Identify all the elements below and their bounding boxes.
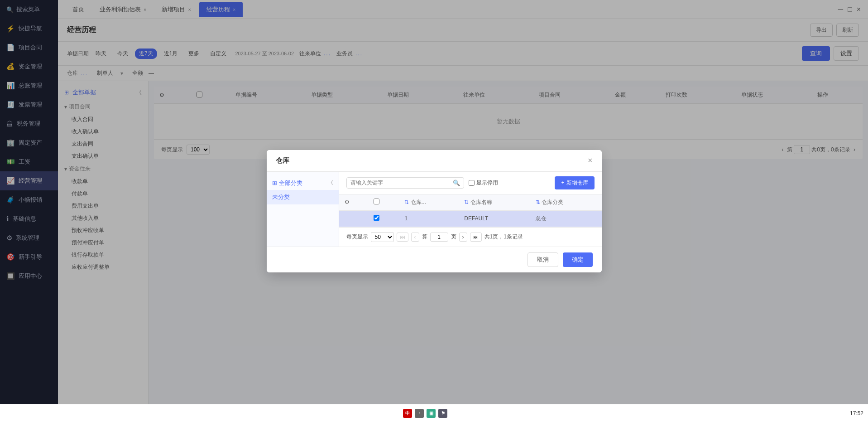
plus-icon: + bbox=[561, 179, 564, 186]
modal-row-code: DEFAULT bbox=[459, 210, 530, 227]
modal-col-code: ⇅ 仓库... bbox=[399, 194, 459, 211]
tray-screen-icon[interactable]: ▣ bbox=[427, 409, 436, 418]
modal-tree-item-label: 未分类 bbox=[272, 194, 290, 200]
modal-col-name: ⇅ 仓库名称 bbox=[459, 194, 530, 211]
modal-row-gear bbox=[339, 210, 369, 227]
modal-cancel-button[interactable]: 取消 bbox=[528, 252, 558, 267]
modal-tree-header[interactable]: ⊞ 全部分类 《 bbox=[267, 176, 339, 190]
modal-tree-collapse[interactable]: 《 bbox=[328, 179, 333, 187]
modal-right: 🔍 显示停用 + 新增仓库 bbox=[339, 172, 602, 247]
sort-asc-icon-2[interactable]: ⇅ bbox=[464, 199, 469, 205]
modal-page-label: 算 bbox=[422, 233, 427, 241]
modal-select-all[interactable] bbox=[374, 199, 379, 204]
modal-first-page-btn[interactable]: ⏮ bbox=[397, 233, 408, 242]
modal-footer: 取消 确定 bbox=[267, 247, 602, 272]
modal-table-wrap: ⚙ ⇅ 仓库... ⇅ 仓库名称 ⇅ 仓库分类 bbox=[339, 194, 602, 227]
add-warehouse-button[interactable]: + 新增仓库 bbox=[555, 176, 594, 189]
modal-col-checkbox[interactable] bbox=[368, 194, 399, 211]
grid-icon-modal: ⊞ bbox=[272, 179, 277, 186]
modal-table: ⚙ ⇅ 仓库... ⇅ 仓库名称 ⇅ 仓库分类 bbox=[339, 194, 602, 227]
modal-tree-item-uncategorized[interactable]: 未分类 bbox=[267, 190, 339, 204]
modal-page-input[interactable] bbox=[430, 233, 448, 242]
tray-flag-icon[interactable]: ⚑ bbox=[438, 409, 447, 418]
modal-search-input[interactable] bbox=[350, 179, 451, 186]
modal-next-page-btn[interactable]: › bbox=[459, 233, 467, 242]
modal-total-info: 共1页，1条记录 bbox=[484, 233, 523, 241]
modal-overlay[interactable]: 仓库 × ⊞ 全部分类 《 未分类 bbox=[0, 0, 868, 422]
warehouse-modal: 仓库 × ⊞ 全部分类 《 未分类 bbox=[267, 150, 602, 272]
modal-tree: ⊞ 全部分类 《 未分类 bbox=[267, 172, 339, 247]
show-disabled-checkbox[interactable] bbox=[469, 180, 475, 186]
tray-dot-icon[interactable]: · bbox=[415, 409, 424, 418]
sort-asc-icon-3[interactable]: ⇅ bbox=[536, 199, 540, 205]
gear-col-icon[interactable]: ⚙ bbox=[345, 199, 350, 205]
modal-search-icon: 🔍 bbox=[453, 179, 460, 186]
taskbar: 中 · ▣ ⚑ 17:52 bbox=[0, 404, 868, 422]
taskbar-time: 17:52 bbox=[850, 410, 863, 417]
sort-asc-icon[interactable]: ⇅ bbox=[404, 199, 409, 205]
modal-row-name: 总仓 bbox=[530, 210, 602, 227]
modal-per-page-select[interactable]: 50 100 bbox=[371, 232, 394, 242]
modal-col-category: ⇅ 仓库分类 bbox=[530, 194, 602, 211]
modal-close-button[interactable]: × bbox=[588, 156, 593, 165]
warehouse-checkbox[interactable] bbox=[374, 215, 379, 221]
taskbar-icons: 中 · ▣ ⚑ bbox=[403, 409, 447, 418]
modal-per-page-label: 每页显示 bbox=[346, 233, 368, 241]
modal-body: ⊞ 全部分类 《 未分类 🔍 显示停用 bbox=[267, 172, 602, 247]
modal-pagination: 每页显示 50 100 ⏮ ‹ 算 页 › ⏭ 共1页，1条记录 bbox=[339, 227, 602, 247]
show-disabled-checkbox-label[interactable]: 显示停用 bbox=[469, 179, 498, 187]
modal-row-checkbox[interactable] bbox=[368, 210, 399, 227]
show-disabled-text: 显示停用 bbox=[476, 179, 498, 187]
modal-title: 仓库 bbox=[276, 156, 289, 165]
warehouse-row[interactable]: 1 DEFAULT 总仓 bbox=[339, 210, 602, 227]
tray-zh-icon[interactable]: 中 bbox=[403, 409, 412, 418]
modal-header: 仓库 × bbox=[267, 150, 602, 172]
modal-page-suffix: 页 bbox=[451, 233, 456, 241]
add-warehouse-label: 新增仓库 bbox=[566, 179, 588, 187]
modal-search-box[interactable]: 🔍 bbox=[346, 177, 464, 189]
modal-confirm-button[interactable]: 确定 bbox=[563, 252, 593, 267]
modal-toolbar: 🔍 显示停用 + 新增仓库 bbox=[339, 172, 602, 194]
modal-prev-page-btn[interactable]: ‹ bbox=[411, 233, 419, 242]
modal-tree-header-label: 全部分类 bbox=[279, 179, 302, 187]
modal-last-page-btn[interactable]: ⏭ bbox=[470, 233, 482, 242]
modal-col-gear[interactable]: ⚙ bbox=[339, 194, 369, 211]
modal-row-id: 1 bbox=[399, 210, 459, 227]
